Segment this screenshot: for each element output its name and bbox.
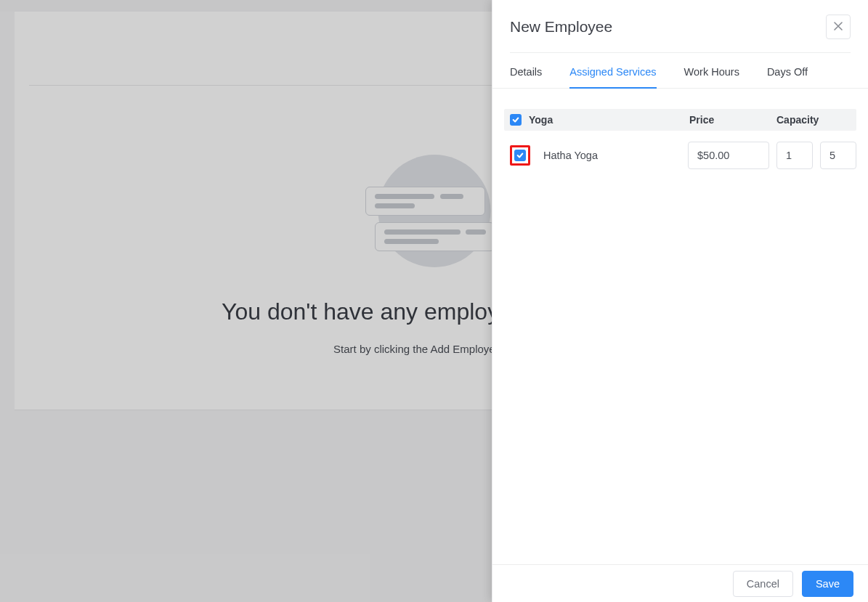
close-button[interactable] bbox=[826, 15, 851, 39]
services-table-header: Yoga Price Capacity bbox=[504, 109, 856, 131]
save-button[interactable]: Save bbox=[802, 571, 853, 597]
tab-assigned-services[interactable]: Assigned Services bbox=[569, 66, 656, 88]
capacity-max-input[interactable] bbox=[820, 142, 856, 169]
select-all-checkbox[interactable] bbox=[510, 114, 522, 126]
header-capacity: Capacity bbox=[776, 114, 856, 126]
cancel-button[interactable]: Cancel bbox=[733, 571, 793, 597]
header-service: Yoga bbox=[529, 114, 689, 126]
price-input[interactable] bbox=[688, 142, 769, 169]
close-icon bbox=[834, 21, 843, 33]
tab-days-off[interactable]: Days Off bbox=[767, 66, 808, 88]
row-checkbox-highlight bbox=[510, 145, 530, 166]
new-employee-drawer: New Employee Details Assigned Services W… bbox=[492, 0, 868, 602]
service-name: Hatha Yoga bbox=[543, 150, 688, 161]
drawer-tabs: Details Assigned Services Work Hours Day… bbox=[492, 53, 868, 89]
tab-work-hours[interactable]: Work Hours bbox=[684, 66, 739, 88]
drawer-footer: Cancel Save bbox=[492, 564, 868, 602]
service-checkbox[interactable] bbox=[514, 150, 526, 161]
service-row: Hatha Yoga bbox=[492, 131, 868, 180]
header-price: Price bbox=[689, 114, 776, 126]
drawer-title: New Employee bbox=[510, 18, 612, 36]
tab-details[interactable]: Details bbox=[510, 66, 542, 88]
assigned-services-area: Yoga Price Capacity Hatha Yoga bbox=[492, 89, 868, 180]
drawer-header: New Employee bbox=[492, 0, 868, 52]
capacity-min-input[interactable] bbox=[776, 142, 813, 169]
